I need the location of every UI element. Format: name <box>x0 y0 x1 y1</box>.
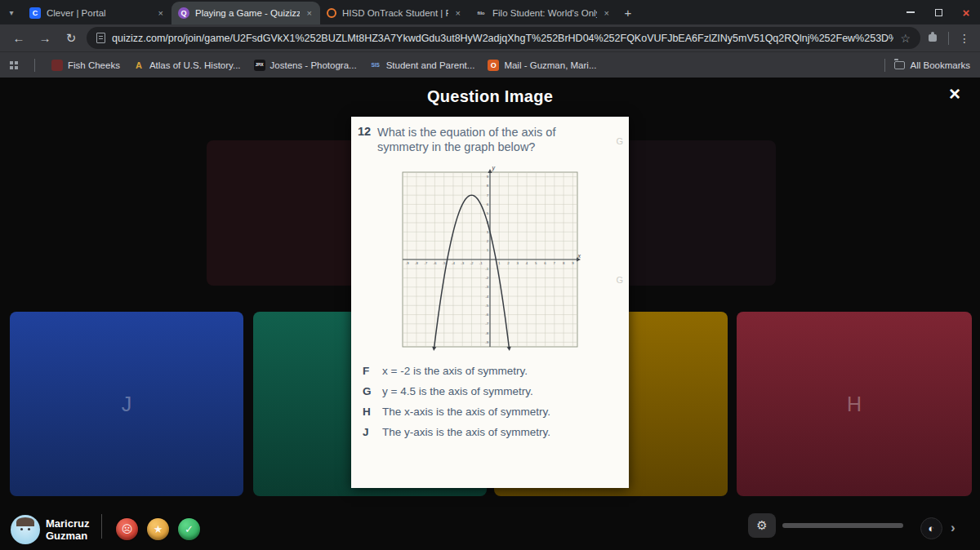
answer-card-letter: H <box>847 393 862 416</box>
question-text: What is the equation of the axis of symm… <box>377 125 585 154</box>
svg-text:-4: -4 <box>485 295 488 299</box>
svg-text:-8: -8 <box>415 261 418 265</box>
maximize-icon <box>935 9 942 16</box>
minimize-button[interactable] <box>897 0 924 24</box>
angry-face-icon: ☹ <box>122 523 133 535</box>
bookmark-mail-guzman[interactable]: O Mail - Guzman, Mari... <box>488 60 596 71</box>
watermark-icon: G <box>616 136 623 146</box>
svg-text:-6: -6 <box>485 313 488 317</box>
watermark-icon: G <box>616 275 623 285</box>
game-footer: Maricruz Guzman ☹ ★ ✓ ⚙ ◐ › <box>0 501 980 550</box>
tab-clever-portal[interactable]: C Clever | Portal × <box>23 2 172 24</box>
site-info-icon[interactable] <box>96 33 105 43</box>
bookmark-atlas-history[interactable]: A Atlas of U.S. History... <box>133 60 241 71</box>
footer-divider <box>101 514 102 539</box>
question-row: 12 What is the equation of the axis of s… <box>351 117 629 154</box>
bookmark-favicon: SIS <box>370 60 381 71</box>
answer-card-j[interactable]: J <box>10 312 243 496</box>
svg-text:-8: -8 <box>485 331 488 335</box>
svg-text:-7: -7 <box>424 261 427 265</box>
svg-text:-2: -2 <box>470 261 474 265</box>
svg-text:y: y <box>492 165 496 171</box>
answer-choices: F x = -2 is the axis of symmetry. G y = … <box>351 353 629 438</box>
extensions-icon[interactable] <box>929 34 937 42</box>
bookmark-student-parent[interactable]: SIS Student and Parent... <box>370 60 475 71</box>
bookmark-label: Mail - Guzman, Mari... <box>504 60 596 70</box>
close-tab-icon[interactable]: × <box>305 8 314 18</box>
back-button[interactable]: ← <box>8 31 29 45</box>
quiz-stage: Question Image × J H 12 What is the equa… <box>0 78 980 550</box>
tab-filo-student[interactable]: filo Filo Student: World's Only Live × <box>469 2 617 24</box>
browser-menu-button[interactable]: ⋮ <box>957 32 972 45</box>
answer-card-h[interactable]: H <box>737 312 972 496</box>
all-bookmarks-label: All Bookmarks <box>911 60 971 70</box>
bookmark-star-icon[interactable]: ☆ <box>900 32 911 45</box>
expand-chevron-button[interactable]: › <box>951 520 956 536</box>
volume-slider[interactable] <box>782 523 903 528</box>
svg-text:-6: -6 <box>433 261 436 265</box>
answer-text: x = -2 is the axis of symmetry. <box>382 365 528 377</box>
bookmark-favicon: JPIX <box>254 60 265 71</box>
reload-button[interactable]: ↻ <box>60 31 82 46</box>
answer-choice-g: G y = 4.5 is the axis of symmetry. <box>363 385 629 397</box>
hisd-favicon <box>327 8 336 18</box>
toolbar-divider <box>948 32 949 45</box>
tab-title: HISD OnTrack Student | Renais <box>342 8 448 18</box>
reaction-medal-button[interactable]: ★ <box>147 518 169 540</box>
question-number: 12 <box>358 125 377 154</box>
folder-icon <box>894 61 905 69</box>
player-name: Maricruz Guzman <box>46 517 89 542</box>
tab-title: Filo Student: World's Only Live <box>492 8 597 18</box>
question-image: 12 What is the equation of the axis of s… <box>351 117 629 488</box>
bookmark-favicon: A <box>133 60 145 71</box>
settings-button[interactable]: ⚙ <box>748 513 776 538</box>
maximize-button[interactable] <box>924 0 952 24</box>
svg-text:-7: -7 <box>485 322 488 326</box>
all-bookmarks-button[interactable]: All Bookmarks <box>881 59 971 72</box>
svg-text:-1: -1 <box>485 267 488 271</box>
address-bar[interactable]: quizizz.com/pro/join/game/U2FsdGVkX1%252… <box>87 27 920 49</box>
tab-title: Playing a Game - Quizizz <box>195 8 300 18</box>
bookmark-jostens[interactable]: JPIX Jostens - Photogra... <box>254 60 357 71</box>
svg-text:-2: -2 <box>485 276 488 280</box>
apps-grid-icon[interactable] <box>10 61 18 69</box>
theme-toggle-button[interactable]: ◐ <box>920 517 942 539</box>
forward-button[interactable]: → <box>34 31 56 45</box>
bookmark-favicon: O <box>488 60 499 71</box>
reaction-angry-button[interactable]: ☹ <box>116 518 138 540</box>
svg-text:-5: -5 <box>443 261 446 265</box>
close-tab-icon[interactable]: × <box>454 8 462 18</box>
answer-text: y = 4.5 is the axis of symmetry. <box>382 385 533 397</box>
answer-card-letter: J <box>122 393 132 416</box>
window-controls: × <box>897 0 980 24</box>
filo-favicon: filo <box>475 7 487 19</box>
bookmark-label: Jostens - Photogra... <box>270 60 357 70</box>
svg-text:-5: -5 <box>485 304 488 308</box>
close-overlay-button[interactable]: × <box>949 84 960 104</box>
svg-text:-9: -9 <box>485 340 488 344</box>
answer-letter: F <box>363 365 382 377</box>
bookmarks-bar: Fish Cheeks A Atlas of U.S. History... J… <box>0 51 980 78</box>
new-tab-button[interactable]: + <box>617 2 639 23</box>
reaction-check-button[interactable]: ✓ <box>178 518 200 540</box>
tab-quizizz[interactable]: Q Playing a Game - Quizizz × <box>172 2 320 24</box>
parabola-graph: -9-8-7-6-5-4-3-2-1123456789-9-8-7-6-5-4-… <box>397 162 583 353</box>
close-tab-icon[interactable]: × <box>603 8 611 18</box>
tab-strip: ▾ C Clever | Portal × Q Playing a Game -… <box>0 0 980 24</box>
svg-text:-3: -3 <box>485 285 488 289</box>
bookmark-label: Student and Parent... <box>386 60 475 70</box>
tab-search-button[interactable]: ▾ <box>0 0 23 24</box>
svg-text:-9: -9 <box>406 261 409 265</box>
bookmark-fish-cheeks[interactable]: Fish Cheeks <box>51 60 120 71</box>
clever-favicon: C <box>29 7 41 19</box>
player-first-name: Maricruz <box>46 517 89 530</box>
answer-choice-j: J The y-axis is the axis of symmetry. <box>363 426 629 438</box>
contrast-icon: ◐ <box>929 522 935 534</box>
close-window-button[interactable]: × <box>952 0 980 24</box>
bookmarks-divider <box>884 59 885 72</box>
tab-hisd-ontrack[interactable]: HISD OnTrack Student | Renais × <box>320 2 469 24</box>
player-last-name: Guzman <box>46 530 89 542</box>
bookmark-label: Fish Cheeks <box>68 60 120 70</box>
quizizz-favicon: Q <box>178 7 189 19</box>
close-tab-icon[interactable]: × <box>157 8 165 18</box>
